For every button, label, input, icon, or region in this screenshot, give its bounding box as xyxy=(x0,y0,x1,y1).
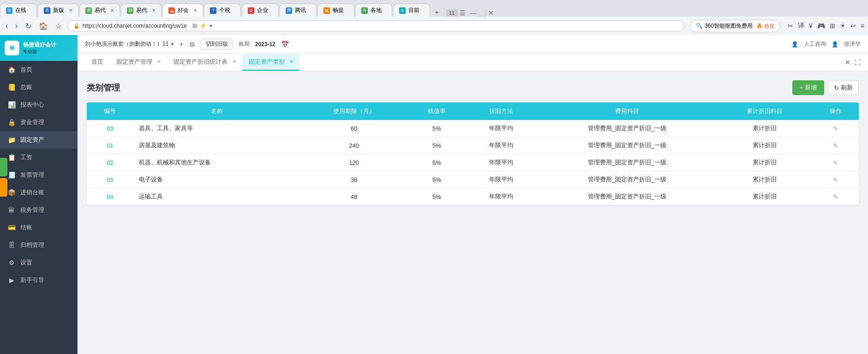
url-bar[interactable]: 🔒 https://cloud.chanjet.com/accounting/u… xyxy=(67,20,684,31)
browser-tab-5[interactable]: ☁ 好会 ✕ xyxy=(162,4,203,17)
sidebar-item-ledger[interactable]: 📒 总账 xyxy=(0,78,78,96)
sidebar-item-salary[interactable]: 📋 工资 xyxy=(0,149,78,166)
browser-tab-9[interactable]: M 畅提 xyxy=(317,4,354,17)
page-tab-home[interactable]: 首页 xyxy=(85,54,110,71)
page-tab-category[interactable]: 固定资产类别 ✕ xyxy=(242,54,299,71)
brightness-icon[interactable]: ☀ xyxy=(840,22,846,30)
sidebar-item-archive[interactable]: 🗄 归档管理 xyxy=(0,236,78,254)
reload-button[interactable]: ↻ xyxy=(24,20,33,32)
sidebar-item-inventory[interactable]: 📦 进销台账 xyxy=(0,184,78,201)
bookmark-button[interactable]: ☆ xyxy=(54,20,64,32)
sidebar-item-invoice[interactable]: 🧾 发票管理 xyxy=(0,166,78,184)
page-tab-fixed-mgmt-close[interactable]: ✕ xyxy=(157,59,161,64)
consult-label[interactable]: 人工咨询 xyxy=(804,40,826,48)
scissors-icon[interactable]: ✂ xyxy=(788,22,793,30)
grid-icon[interactable]: ⊞ xyxy=(830,22,835,30)
row5-edit-button[interactable]: ✎ xyxy=(833,193,838,200)
row3-accumulated-subject: 累计折旧 xyxy=(718,154,812,171)
coins-icon[interactable]: ¥ xyxy=(809,22,813,30)
add-account-button[interactable]: + xyxy=(179,40,183,48)
account-settings-button[interactable]: ⚙ xyxy=(189,41,195,48)
sidebar-item-guide[interactable]: ▶ 新手引导 xyxy=(0,271,78,289)
tab3-close[interactable]: ✕ xyxy=(110,8,114,13)
sidebar-item-cashier[interactable]: 🔒 资金管理 xyxy=(0,114,78,131)
browser-tab-8[interactable]: 腾 腾讯 xyxy=(280,4,317,17)
tab5-close[interactable]: ✕ xyxy=(193,8,197,13)
dropdown-icon[interactable]: ▾ xyxy=(210,23,212,29)
row4-usage-period: 36 xyxy=(300,171,407,188)
tab2-label: 新版 xyxy=(53,6,64,14)
tab2-close[interactable]: ✕ xyxy=(69,8,72,13)
row1-expense-subject: 管理费用_固定资产折旧_一级 xyxy=(537,120,718,137)
main-content: 刘小艳演示账套（勿删勿动！）11 ▾ + ⚙ 切到旧版 账期 2023-12 📅… xyxy=(78,35,868,354)
sidebar-item-checkout[interactable]: 💳 结账 xyxy=(0,219,78,236)
browser-tab-6[interactable]: 个 个税 xyxy=(204,4,241,17)
sidebar-item-label-reports: 报表中心 xyxy=(20,101,44,109)
user-dropdown-icon[interactable]: ▾ xyxy=(171,42,174,47)
row4-edit-button[interactable]: ✎ xyxy=(833,176,838,183)
page-tab-fixed-mgmt[interactable]: 固定资产管理 ✕ xyxy=(110,54,167,71)
browser-menu-icon[interactable]: ≡ xyxy=(861,22,864,30)
left-edge-bar xyxy=(0,158,7,197)
row1-edit-button[interactable]: ✎ xyxy=(833,125,838,132)
calendar-icon[interactable]: 📅 xyxy=(281,41,289,48)
page-tab-category-label: 固定资产类别 xyxy=(249,58,285,66)
lightning-icon[interactable]: ⚡ xyxy=(200,23,207,29)
tab-maximize: ✕ ⛶ xyxy=(845,59,861,66)
sidebar-item-home[interactable]: 🏠 首页 xyxy=(0,61,78,78)
browser-tab-11[interactable]: S 目前 xyxy=(393,4,430,17)
browser-tab-3[interactable]: 易 易代 ✕ xyxy=(79,4,120,17)
tab10-label: 各地 xyxy=(371,6,382,14)
sidebar-item-tax[interactable]: 🏛 税务管理 xyxy=(0,201,78,219)
page-tab-home-label: 首页 xyxy=(91,58,103,66)
browser-tab-7[interactable]: C 企业 xyxy=(242,4,279,17)
tax-icon: 🏛 xyxy=(7,206,16,214)
site-menu-icon[interactable]: ⊞ xyxy=(192,23,197,29)
tab7-label: 企业 xyxy=(257,6,268,14)
home-button[interactable]: 🏠 xyxy=(37,20,50,32)
tab-close-all-button[interactable]: ✕ xyxy=(845,59,850,66)
consult-icon: 👤 xyxy=(791,41,798,48)
row4-expense-subject: 管理费用_固定资产折旧_一级 xyxy=(537,171,718,188)
tab4-close[interactable]: ✕ xyxy=(152,8,156,13)
logo-sub: 专业版 xyxy=(23,48,56,55)
tab-fullscreen-button[interactable]: ⛶ xyxy=(854,59,861,66)
row3-edit-button[interactable]: ✎ xyxy=(833,159,838,166)
undo-icon[interactable]: ↩ xyxy=(850,22,856,30)
forward-button[interactable]: › xyxy=(13,20,19,32)
row1-usage-period: 60 xyxy=(300,120,407,137)
maximize-icon[interactable]: ⬜ xyxy=(479,9,486,17)
row2-edit-button[interactable]: ✎ xyxy=(833,142,838,149)
minimize-icon[interactable]: — xyxy=(470,9,477,17)
tab10-icon: 各 xyxy=(361,7,368,14)
sidebar-item-label-inventory: 进销台账 xyxy=(20,188,44,197)
browser-tab-10[interactable]: 各 各地 xyxy=(355,4,392,17)
browser-tab-1[interactable]: 在 在线 xyxy=(0,4,37,17)
add-button[interactable]: + 新增 xyxy=(792,80,824,95)
sidebar-item-reports[interactable]: 📊 报表中心 xyxy=(0,96,78,114)
table-header-row: 编号 名称 使用期限（月） 残值率 折旧方法 费用科目 累计折旧科目 操作 xyxy=(87,102,859,120)
col-expense-subject: 费用科目 xyxy=(537,102,718,120)
browser-tab-4[interactable]: 易 易代 ✕ xyxy=(121,4,162,17)
page-tab-category-close[interactable]: ✕ xyxy=(289,59,293,64)
switch-version-button[interactable]: 切到旧版 xyxy=(201,39,233,49)
row4-operation: ✎ xyxy=(812,171,859,188)
close-window-icon[interactable]: ✕ xyxy=(488,9,494,17)
browser-tab-2[interactable]: 新 新版 ✕ xyxy=(38,4,78,17)
back-button[interactable]: ‹ xyxy=(4,20,10,32)
page-tab-depreciation-close[interactable]: ✕ xyxy=(232,59,236,64)
window-menu-icon[interactable]: ☰ xyxy=(460,9,466,17)
sidebar-item-fixed[interactable]: 📁 固定资产 xyxy=(0,131,78,149)
tab9-label: 畅提 xyxy=(333,6,344,14)
tab1-icon: 在 xyxy=(6,7,12,14)
row1-name: 器具、工具、家具等 xyxy=(133,120,301,137)
left-edge-btn-2[interactable] xyxy=(0,178,7,197)
left-edge-btn-1[interactable] xyxy=(0,158,7,176)
sidebar-item-settings[interactable]: ⚙ 设置 xyxy=(0,254,78,271)
translate-icon[interactable]: 译 xyxy=(798,22,804,30)
new-tab-button[interactable]: + xyxy=(431,8,443,17)
game-icon[interactable]: 🎮 xyxy=(817,22,825,30)
search-bar[interactable]: 🔍 360智能抠图免费用 🔥 热搜 xyxy=(690,20,780,32)
refresh-button[interactable]: ↻ 刷新 xyxy=(828,80,859,95)
page-tab-depreciation[interactable]: 固定资产折旧统计表 ✕ xyxy=(167,54,242,71)
